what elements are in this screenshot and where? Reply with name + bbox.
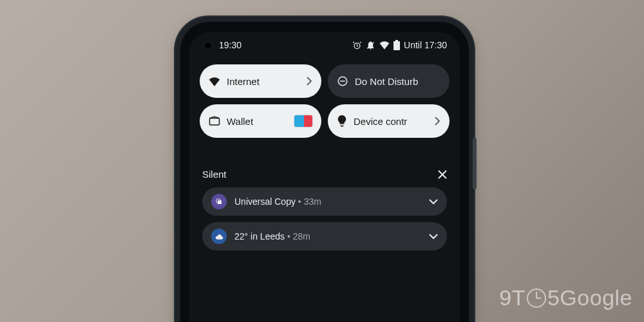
- tile-label: Internet: [227, 76, 299, 87]
- wifi-icon: [379, 41, 390, 50]
- internet-tile[interactable]: Internet: [200, 64, 321, 98]
- status-bar: 19:30 Until 17:30: [189, 32, 460, 58]
- notification-item[interactable]: 22° in Leeds • 28m: [202, 222, 447, 251]
- status-time: 19:30: [219, 40, 242, 50]
- punch-hole-camera: [204, 41, 213, 50]
- cloud-icon: [211, 229, 227, 244]
- phone-screen: 19:30 Until 17:30: [189, 32, 460, 322]
- notification-item[interactable]: Universal Copy • 33m: [202, 187, 447, 216]
- dnd-status-icon: [366, 41, 375, 50]
- notification-text: Universal Copy • 33m: [234, 196, 421, 207]
- silent-header: Silent: [202, 169, 447, 180]
- tile-label: Wallet: [227, 116, 288, 127]
- status-icons: Until 17:30: [352, 40, 447, 50]
- svg-rect-6: [210, 118, 220, 126]
- lightbulb-icon: [337, 115, 347, 127]
- chevron-down-icon[interactable]: [429, 233, 438, 240]
- status-until: Until 17:30: [404, 40, 447, 50]
- tile-label: Do Not Disturb: [355, 76, 440, 87]
- silent-title: Silent: [202, 169, 227, 180]
- quick-settings-panel: Internet Do Not Disturb Wallet: [189, 58, 460, 138]
- do-not-disturb-icon: [337, 75, 348, 87]
- svg-rect-2: [393, 41, 400, 50]
- chevron-down-icon[interactable]: [429, 198, 438, 205]
- chevron-right-icon: [434, 117, 440, 126]
- silent-section: Silent Universal Copy • 33m: [189, 169, 460, 251]
- wallet-tile[interactable]: Wallet: [200, 104, 321, 138]
- wifi-icon: [209, 77, 220, 86]
- close-icon[interactable]: [438, 170, 447, 179]
- chevron-right-icon: [306, 77, 312, 86]
- clock-icon: [527, 289, 546, 308]
- phone-frame: 19:30 Until 17:30: [180, 22, 469, 322]
- tile-label: Device contr: [354, 116, 428, 127]
- power-button: [473, 138, 477, 189]
- card-thumbnail: [294, 115, 312, 127]
- watermark-9to5google: 9T5Google: [499, 285, 632, 310]
- svg-rect-7: [218, 200, 222, 204]
- wallet-icon: [209, 116, 220, 126]
- dnd-tile[interactable]: Do Not Disturb: [328, 64, 450, 98]
- battery-icon: [393, 40, 400, 50]
- copy-icon: [211, 194, 227, 209]
- svg-rect-3: [395, 40, 398, 41]
- device-controls-tile[interactable]: Device contr: [328, 104, 450, 138]
- alarm-icon: [352, 41, 362, 50]
- notification-text: 22° in Leeds • 28m: [234, 231, 421, 242]
